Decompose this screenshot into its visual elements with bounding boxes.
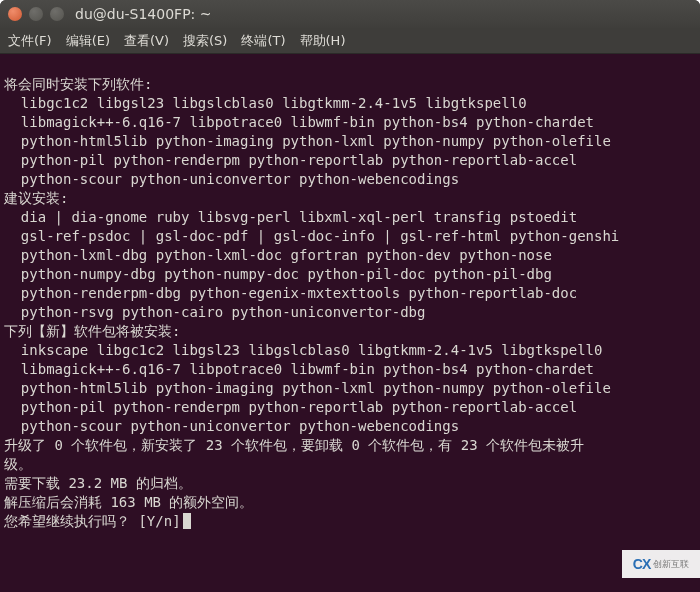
window-title: du@du-S1400FP: ~ xyxy=(75,6,211,22)
watermark: CX 创新互联 xyxy=(622,550,700,578)
section-suggested-header: 建议安装: xyxy=(4,190,68,206)
watermark-logo: CX xyxy=(633,555,650,574)
extra-line: libgc1c2 libgsl23 libgslcblas0 libgtkmm-… xyxy=(4,94,696,113)
close-icon[interactable] xyxy=(8,7,22,21)
menu-edit[interactable]: 编辑(E) xyxy=(66,32,110,50)
menu-view[interactable]: 查看(V) xyxy=(124,32,169,50)
maximize-icon[interactable] xyxy=(50,7,64,21)
menu-file[interactable]: 文件(F) xyxy=(8,32,52,50)
titlebar: du@du-S1400FP: ~ xyxy=(0,0,700,28)
terminal-output[interactable]: 将会同时安装下列软件: libgc1c2 libgsl23 libgslcbla… xyxy=(0,54,700,592)
section-new-header: 下列【新】软件包将被安装: xyxy=(4,323,180,339)
menu-help[interactable]: 帮助(H) xyxy=(300,32,346,50)
summary-line: 级。 xyxy=(4,456,32,472)
new-line: python-scour python-uniconvertor python-… xyxy=(4,417,696,436)
new-line: python-pil python-renderpm python-report… xyxy=(4,398,696,417)
suggested-line: python-rsvg python-cairo python-uniconve… xyxy=(4,303,696,322)
new-line: python-html5lib python-imaging python-lx… xyxy=(4,379,696,398)
terminal-window: du@du-S1400FP: ~ 文件(F) 编辑(E) 查看(V) 搜索(S)… xyxy=(0,0,700,592)
menubar: 文件(F) 编辑(E) 查看(V) 搜索(S) 终端(T) 帮助(H) xyxy=(0,28,700,54)
menu-search[interactable]: 搜索(S) xyxy=(183,32,227,50)
section-extra-header: 将会同时安装下列软件: xyxy=(4,76,152,92)
watermark-text: 创新互联 xyxy=(653,555,689,574)
suggested-line: dia | dia-gnome ruby libsvg-perl libxml-… xyxy=(4,208,696,227)
confirm-prompt: 您希望继续执行吗？ [Y/n] xyxy=(4,513,181,529)
disk-line: 解压缩后会消耗 163 MB 的额外空间。 xyxy=(4,494,253,510)
download-line: 需要下载 23.2 MB 的归档。 xyxy=(4,475,192,491)
cursor-icon xyxy=(183,513,191,529)
new-line: inkscape libgc1c2 libgsl23 libgslcblas0 … xyxy=(4,341,696,360)
suggested-line: python-lxml-dbg python-lxml-doc gfortran… xyxy=(4,246,696,265)
suggested-line: python-numpy-dbg python-numpy-doc python… xyxy=(4,265,696,284)
minimize-icon[interactable] xyxy=(29,7,43,21)
extra-line: python-pil python-renderpm python-report… xyxy=(4,151,696,170)
extra-line: python-scour python-uniconvertor python-… xyxy=(4,170,696,189)
new-line: libmagick++-6.q16-7 libpotrace0 libwmf-b… xyxy=(4,360,696,379)
menu-terminal[interactable]: 终端(T) xyxy=(241,32,285,50)
extra-line: python-html5lib python-imaging python-lx… xyxy=(4,132,696,151)
suggested-line: gsl-ref-psdoc | gsl-doc-pdf | gsl-doc-in… xyxy=(4,227,696,246)
extra-line: libmagick++-6.q16-7 libpotrace0 libwmf-b… xyxy=(4,113,696,132)
suggested-line: python-renderpm-dbg python-egenix-mxtext… xyxy=(4,284,696,303)
summary-line: 升级了 0 个软件包，新安装了 23 个软件包，要卸载 0 个软件包，有 23 … xyxy=(4,437,584,453)
